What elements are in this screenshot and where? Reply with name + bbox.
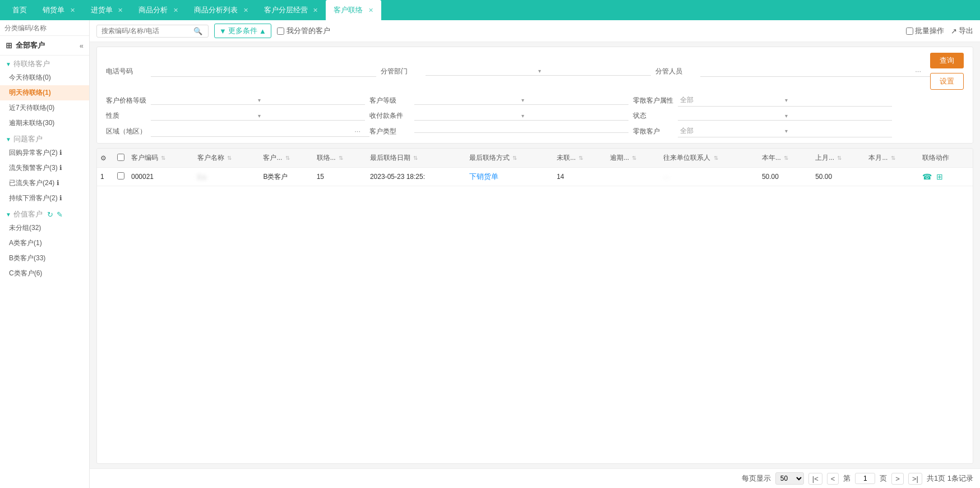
nav-purchase[interactable]: 进货单 ✕ (83, 0, 131, 20)
sidebar-item-abnormal[interactable]: 回购异常客户(2) ℹ (0, 145, 89, 160)
nav-analysis-table[interactable]: 商品分析列表 ✕ (186, 0, 256, 20)
adv-region-more[interactable]: ··· (352, 127, 363, 135)
filter-search-icon[interactable]: 🔍 (193, 27, 202, 35)
first-page-btn[interactable]: |< (808, 473, 822, 485)
sort-icon-type: ⇅ (285, 155, 290, 161)
th-unitcontact[interactable]: 往来单位联系人 ⇅ (660, 149, 759, 168)
settings-btn[interactable]: 设置 (930, 73, 964, 90)
th-lastmethod[interactable]: 最后联络方式 ⇅ (466, 149, 553, 168)
th-thisyear[interactable]: 本年... ⇅ (759, 149, 812, 168)
th-name[interactable]: 客户名称 ⇅ (194, 149, 260, 168)
nav-sale-close[interactable]: ✕ (70, 7, 75, 13)
sidebar-item-overdue[interactable]: 逾期未联络(30) (0, 116, 89, 131)
export-btn[interactable]: ↗ 导出 (951, 26, 973, 36)
batch-operation-btn[interactable]: 批量操作 (906, 26, 944, 36)
adv-scatter-label: 零散客户 (633, 127, 678, 136)
sidebar-all-customers[interactable]: ⊞ 全部客户 « (0, 36, 89, 56)
adv-grade-field: 客户等级 ▾ (369, 96, 633, 105)
sidebar-search-input[interactable] (4, 24, 89, 32)
nav-customer-tier[interactable]: 客户分层经营 ✕ (256, 0, 326, 20)
sort-icon-contacts: ⇅ (339, 155, 343, 161)
select-all-checkbox[interactable] (117, 154, 124, 161)
th-lastdate[interactable]: 最后联络日期 ⇅ (367, 149, 466, 168)
action-more-icon[interactable]: ⊞ (936, 172, 943, 181)
per-page-select[interactable]: 50 100 200 (775, 472, 804, 485)
page-input[interactable] (855, 473, 875, 484)
nav-customer-contact-close[interactable]: ✕ (368, 7, 373, 13)
nav-purchase-close[interactable]: ✕ (118, 7, 123, 13)
row-code: 000021 (128, 168, 194, 186)
adv-pricegrade-select[interactable]: ▾ (151, 96, 365, 105)
adv-manager-more[interactable]: ··· (913, 67, 923, 75)
nav-analysis-close[interactable]: ✕ (173, 7, 178, 13)
row-action-buttons: ☎ ⊞ (922, 172, 969, 181)
sidebar-item-lostwarning[interactable]: 流失预警客户(3) ℹ (0, 160, 89, 176)
sort-icon-lastmonth: ⇅ (837, 155, 842, 161)
sidebar-item-c-class[interactable]: C类客户(6) (0, 266, 89, 281)
prev-page-btn[interactable]: < (827, 473, 839, 485)
last-page-btn[interactable]: >| (908, 473, 922, 485)
sidebar-item-ungroup[interactable]: 未分组(32) (0, 220, 89, 236)
th-overdue[interactable]: 逾期... ⇅ (607, 149, 660, 168)
adv-payment-select[interactable]: ▾ (414, 112, 628, 121)
group-problem-text: 问题客户 (13, 134, 43, 144)
action-phone-icon[interactable]: ☎ (922, 172, 932, 181)
batch-checkbox[interactable] (906, 27, 913, 35)
sidebar-item-7days[interactable]: 近7天待联络(0) (0, 100, 89, 116)
adv-manager-dots[interactable]: ··· (700, 66, 930, 77)
th-checkbox[interactable] (114, 149, 128, 168)
adv-region-input[interactable]: ··· (151, 126, 369, 137)
adv-scatter-select[interactable]: 全部 ▾ (678, 125, 892, 137)
nav-home[interactable]: 首页 (4, 0, 35, 20)
nav-customer-contact[interactable]: 客户联络 ✕ (326, 0, 381, 20)
row-checkbox-cell[interactable] (114, 168, 128, 186)
row-name: Ea (194, 168, 260, 186)
adv-phone-input[interactable] (151, 66, 376, 77)
chevron-up-icon: ▲ (259, 27, 266, 35)
th-contacts[interactable]: 联络... ⇅ (313, 149, 367, 168)
adv-row-2: 客户价格等级 ▾ 客户等级 ▾ 零散客户属性 全部 (106, 94, 964, 107)
nav-customer-tier-close[interactable]: ✕ (313, 7, 318, 13)
adv-scatter-attr-select[interactable]: 全部 ▾ (678, 94, 892, 107)
th-thismonth[interactable]: 本月... ⇅ (865, 149, 918, 168)
sidebar-item-today[interactable]: 今天待联络(0) (0, 70, 89, 85)
adv-status-select[interactable]: ▾ (678, 112, 892, 121)
filter-more-label: 更多条件 (228, 26, 257, 36)
adv-phone-label: 电话号码 (106, 67, 151, 76)
filter-more-btn[interactable]: ▼ 更多条件 ▲ (214, 24, 271, 38)
th-gear[interactable]: ⚙ (97, 149, 114, 168)
adv-custtype-label: 客户类型 (369, 127, 414, 136)
sidebar-item-a-class[interactable]: A类客户(1) (0, 236, 89, 251)
adv-dept-select[interactable]: ▾ (426, 67, 651, 76)
sidebar-item-lost[interactable]: 已流失客户(24) ℹ (0, 176, 89, 191)
export-icon: ↗ (951, 27, 957, 35)
nav-analysis[interactable]: 商品分析 ✕ (131, 0, 186, 20)
refresh-icon[interactable]: ↻ (47, 210, 53, 219)
nav-sale[interactable]: 销货单 ✕ (35, 0, 83, 20)
tri-icon-3: ▼ (6, 211, 11, 218)
th-uncontact[interactable]: 未联... ⇅ (553, 149, 607, 168)
query-btn[interactable]: 查询 (930, 53, 964, 68)
group-problem-label: ▼ 问题客户 (0, 131, 89, 145)
edit-icon[interactable]: ✎ (57, 210, 63, 219)
adv-custtype-select[interactable] (414, 130, 628, 133)
th-code[interactable]: 客户编码 ⇅ (128, 149, 194, 168)
sidebar-item-b-class[interactable]: B类客户(33) (0, 251, 89, 266)
th-lastmonth[interactable]: 上月... ⇅ (812, 149, 865, 168)
total-label: 共1页 1条记录 (927, 473, 973, 484)
my-customer-filter[interactable]: 我分管的客户 (277, 26, 330, 36)
tri-icon: ▼ (6, 61, 11, 67)
row-checkbox[interactable] (117, 172, 124, 179)
nav-analysis-table-close[interactable]: ✕ (243, 7, 248, 13)
next-page-btn[interactable]: > (891, 473, 904, 485)
adv-nature-select[interactable]: ▾ (151, 112, 365, 121)
sidebar-item-declining[interactable]: 持续下滑客户(2) ℹ (0, 191, 89, 206)
row-lastmethod-link[interactable]: 下销货单 (469, 172, 498, 181)
sidebar-item-tomorrow[interactable]: 明天待联络(1) (0, 85, 89, 100)
th-type[interactable]: 客户... ⇅ (260, 149, 313, 168)
adv-grade-select[interactable]: ▾ (414, 96, 628, 105)
my-customer-checkbox[interactable] (277, 27, 284, 35)
filter-search-input[interactable] (101, 27, 191, 35)
collapse-icon[interactable]: « (80, 42, 84, 50)
data-table-container: ⚙ 客户编码 ⇅ 客户名称 ⇅ 客户... ⇅ 联络... ⇅ 最后联络日期 ⇅… (96, 148, 973, 464)
